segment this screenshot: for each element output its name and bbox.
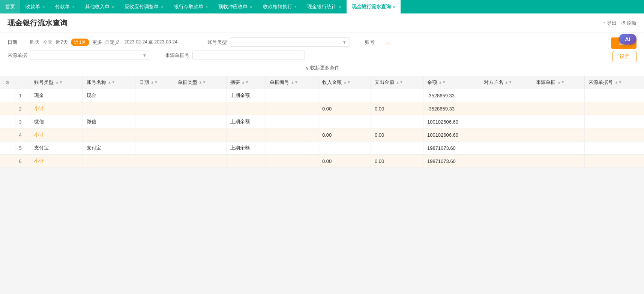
- account-dots-btn[interactable]: ...: [386, 39, 391, 46]
- nav-tab-4-close[interactable]: ×: [161, 4, 163, 9]
- shortcut-7days[interactable]: 近7天: [56, 39, 68, 46]
- table-row: 3微信微信上期余额100102606.60: [0, 115, 644, 128]
- account-label: 账号: [365, 39, 380, 46]
- refresh-button[interactable]: ↺ 刷新: [621, 20, 636, 27]
- th-account-name: 账号名称 ▲▼: [83, 76, 135, 89]
- account-type-chevron: ▾: [343, 39, 346, 45]
- th-source-doc: 来源单据 ▲▼: [532, 76, 585, 89]
- source-doc-group: 来源单据 ▾: [8, 51, 150, 60]
- nav-home-label: 首页: [5, 3, 15, 10]
- sort-icon-doc-type[interactable]: ▲▼: [199, 81, 206, 84]
- th-date: 日期 ▲▼: [135, 76, 174, 89]
- th-expense: 支出金额 ▲▼: [371, 76, 423, 89]
- ai-badge[interactable]: Ai: [619, 34, 636, 45]
- sort-icon-summary[interactable]: ▲▼: [242, 81, 249, 84]
- date-range: 2023-02-24 至 2023-03-24: [124, 39, 177, 45]
- nav-tab-2-label: 付款单: [55, 3, 70, 10]
- th-summary: 摘要 ▲▼: [226, 76, 266, 89]
- shortcut-yesterday[interactable]: 昨天: [30, 39, 40, 46]
- sort-icon-source-doc-no[interactable]: ▲▼: [614, 81, 622, 84]
- th-balance: 余额 ▲▼: [423, 76, 480, 89]
- sort-icon-doc-no[interactable]: ▲▼: [291, 81, 298, 84]
- nav-tab-2-close[interactable]: ×: [72, 4, 74, 9]
- nav-tab-3-label: 其他收入单: [85, 3, 110, 10]
- nav-tab-6-label: 预收冲应收单: [218, 3, 248, 10]
- collapse-bar: ∧ 收起更多条件: [8, 64, 636, 71]
- collapse-chevron-icon: ∧: [305, 65, 309, 71]
- data-table: ⚙ 账号类型 ▲▼ 账号名称 ▲▼ 日期: [0, 76, 644, 168]
- page-title: 现金银行流水查询: [8, 18, 68, 28]
- th-counterpart: 对方户名 ▲▼: [480, 76, 532, 89]
- refresh-icon: ↺: [621, 20, 625, 26]
- nav-tab-5[interactable]: 银行存取款单 ×: [169, 0, 213, 13]
- sort-icon-expense[interactable]: ▲▼: [396, 81, 403, 84]
- gear-icon[interactable]: ⚙: [5, 80, 10, 85]
- th-doc-type: 单据类型 ▲▼: [174, 76, 226, 89]
- th-num: [15, 76, 30, 89]
- table-container: ⚙ 账号类型 ▲▼ 账号名称 ▲▼ 日期: [0, 76, 644, 168]
- table-row: 5支付宝支付宝上期余额19871073.60: [0, 142, 644, 155]
- table-row: 1现金现金上期余额-3528659.33: [0, 89, 644, 102]
- nav-tab-6[interactable]: 预收冲应收单 ×: [213, 0, 257, 13]
- nav-tab-1[interactable]: 收款单 ×: [20, 0, 50, 13]
- source-doc-label: 来源单据: [8, 52, 27, 59]
- nav-tab-9-label: 现金银行流水查询: [352, 3, 391, 10]
- nav-tab-7-close[interactable]: ×: [294, 4, 297, 9]
- nav-tab-8-label: 现金银行统计: [307, 3, 336, 10]
- export-label: 导出: [607, 20, 617, 27]
- sort-icon-date[interactable]: ▲▼: [150, 81, 158, 84]
- filter-area: 日期 昨天 今天 近7天 近1月 更多 自定义 2023-02-24 至 202…: [0, 33, 644, 76]
- sort-icon-counterpart[interactable]: ▲▼: [505, 81, 512, 84]
- source-doc-select[interactable]: ▾: [30, 51, 150, 60]
- sort-icon-account-type[interactable]: ▲▼: [55, 81, 63, 84]
- nav-tab-9-close[interactable]: ×: [393, 4, 395, 9]
- nav-tab-1-close[interactable]: ×: [42, 4, 45, 9]
- nav-tab-2[interactable]: 付款单 ×: [50, 0, 80, 13]
- export-button[interactable]: ↑ 导出: [603, 20, 617, 27]
- shortcut-more[interactable]: 更多: [92, 39, 102, 46]
- nav-tab-3[interactable]: 其他收入单 ×: [80, 0, 119, 13]
- filter-row-source: 来源单据 ▾ 来源单据号: [8, 51, 611, 60]
- nav-tab-9[interactable]: 现金银行流水查询 ×: [347, 0, 401, 13]
- nav-tab-7[interactable]: 收款核销执行 ×: [258, 0, 302, 13]
- table-row: 6小计0.000.0019871073.60: [0, 155, 644, 168]
- nav-tab-6-close[interactable]: ×: [250, 4, 252, 9]
- top-nav: 首页 收款单 × 付款单 × 其他收入单 × 应收应付调整单 × 银行存取款单 …: [0, 0, 644, 13]
- date-label: 日期: [8, 39, 23, 46]
- date-shortcuts: 昨天 今天 近7天 近1月 更多 自定义 2023-02-24 至 2023-0…: [30, 39, 177, 46]
- source-doc-chevron: ▾: [143, 52, 146, 58]
- settings-button[interactable]: 设置: [612, 51, 636, 62]
- source-doc-no-label: 来源单据号: [165, 52, 189, 59]
- sort-icon-account-name[interactable]: ▲▼: [108, 81, 115, 84]
- collapse-label: 收起更多条件: [310, 64, 339, 71]
- th-account-type: 账号类型 ▲▼: [30, 76, 83, 89]
- nav-tab-8-close[interactable]: ×: [339, 4, 341, 9]
- export-icon: ↑: [603, 20, 606, 26]
- th-doc-no: 单据编号 ▲▼: [266, 76, 318, 89]
- header-actions: ↑ 导出 ↺ 刷新: [603, 20, 637, 27]
- table-header-row: ⚙ 账号类型 ▲▼ 账号名称 ▲▼ 日期: [0, 76, 644, 89]
- nav-tab-4[interactable]: 应收应付调整单 ×: [119, 0, 168, 13]
- shortcut-custom[interactable]: 自定义: [105, 39, 120, 46]
- nav-tab-3-close[interactable]: ×: [112, 4, 114, 9]
- table-row: 4小计0.000.00100102606.60: [0, 128, 644, 142]
- nav-home[interactable]: 首页: [0, 0, 20, 13]
- collapse-button[interactable]: ∧ 收起更多条件: [305, 64, 339, 71]
- account-type-label: 账号类型: [207, 39, 227, 46]
- account-type-select[interactable]: ▾: [230, 37, 350, 47]
- shortcut-1month[interactable]: 近1月: [71, 39, 89, 46]
- shortcut-today[interactable]: 今天: [43, 39, 53, 46]
- sort-icon-source-doc[interactable]: ▲▼: [557, 81, 564, 84]
- filter-row-date: 日期 昨天 今天 近7天 近1月 更多 自定义 2023-02-24 至 202…: [8, 37, 611, 47]
- sort-icon-income[interactable]: ▲▼: [343, 81, 351, 84]
- source-doc-no-input[interactable]: [192, 51, 305, 60]
- table-row: 2小计0.000.00-3528659.33: [0, 102, 644, 115]
- nav-tab-4-label: 应收应付调整单: [125, 3, 159, 10]
- nav-tab-5-close[interactable]: ×: [206, 4, 208, 9]
- refresh-label: 刷新: [627, 20, 636, 27]
- nav-tab-8[interactable]: 现金银行统计 ×: [302, 0, 346, 13]
- source-doc-no-group: 来源单据号: [165, 51, 305, 60]
- sort-icon-balance[interactable]: ▲▼: [438, 81, 446, 84]
- page-header: 现金银行流水查询 ↑ 导出 ↺ 刷新: [0, 13, 644, 33]
- nav-tab-1-label: 收款单: [26, 3, 40, 10]
